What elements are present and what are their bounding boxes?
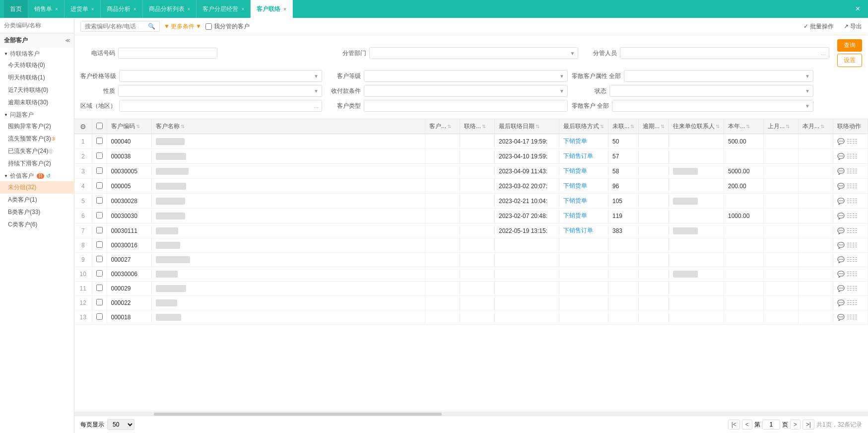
- my-customers-checkbox[interactable]: [205, 23, 212, 30]
- more-action-icon[interactable]: ☷☷: [847, 183, 858, 190]
- customer-level-select[interactable]: ▼: [364, 70, 568, 82]
- more-action-icon[interactable]: ☷☷: [847, 256, 858, 263]
- row-checkbox-cell[interactable]: [92, 267, 107, 282]
- more-action-icon[interactable]: ☷☷: [847, 285, 858, 292]
- sidebar-item-abnormal[interactable]: 囤购异常客户(2): [0, 120, 74, 133]
- tab-customer-contact[interactable]: 客户联络 ×: [251, 0, 293, 18]
- more-action-icon[interactable]: ☷☷: [847, 138, 858, 145]
- row-checkbox[interactable]: [96, 182, 103, 189]
- value-refresh-icon[interactable]: ↺: [46, 173, 51, 179]
- row-checkbox-cell[interactable]: [92, 253, 107, 267]
- more-action-icon[interactable]: ☷☷: [847, 153, 858, 160]
- phone-input[interactable]: [118, 48, 217, 59]
- last-method-link[interactable]: 下销货单: [563, 167, 587, 174]
- row-checkbox[interactable]: [96, 313, 103, 320]
- filter-search-input[interactable]: [85, 23, 146, 30]
- price-level-select[interactable]: ▼: [119, 70, 322, 82]
- chat-icon[interactable]: 💬: [837, 138, 845, 145]
- sidebar-search-input[interactable]: [4, 22, 74, 29]
- th-gear[interactable]: ⚙: [74, 119, 92, 134]
- row-checkbox[interactable]: [96, 256, 103, 262]
- more-action-icon[interactable]: ☷☷: [847, 242, 858, 249]
- row-checkbox[interactable]: [96, 299, 103, 305]
- chat-icon[interactable]: 💬: [837, 153, 845, 160]
- tab-sales[interactable]: 销售单 ×: [28, 0, 65, 18]
- more-action-icon[interactable]: ☷☷: [847, 271, 858, 278]
- more-action-icon[interactable]: ☷☷: [847, 299, 858, 306]
- row-checkbox-cell[interactable]: [92, 209, 107, 223]
- row-checkbox-cell[interactable]: [92, 282, 107, 296]
- chat-icon[interactable]: 💬: [837, 285, 845, 292]
- tab-product-analysis-list[interactable]: 商品分析列表 ×: [143, 0, 197, 18]
- scrollbar-thumb[interactable]: [154, 413, 442, 416]
- payment-select[interactable]: ▼: [364, 85, 568, 97]
- sidebar-item-ungraded[interactable]: 未分组(32): [0, 181, 74, 194]
- more-action-icon[interactable]: ☷☷: [847, 213, 858, 219]
- row-checkbox[interactable]: [96, 197, 103, 204]
- my-customers-checkbox-label[interactable]: 我分管的客户: [205, 22, 250, 31]
- next-page-btn[interactable]: >: [790, 420, 801, 430]
- row-checkbox[interactable]: [96, 285, 103, 291]
- row-last-method[interactable]: 下销货单: [559, 194, 608, 209]
- sidebar-item-class-a[interactable]: A类客户(1): [0, 194, 74, 206]
- row-checkbox-cell[interactable]: [92, 149, 107, 164]
- sidebar-item-class-c[interactable]: C类客户(6): [0, 218, 74, 231]
- chat-icon[interactable]: 💬: [837, 256, 845, 263]
- sidebar-item-churned[interactable]: 已流失客户(24) ⓪: [0, 145, 74, 157]
- chat-icon[interactable]: 💬: [837, 271, 845, 278]
- batch-operation-btn[interactable]: ✓ 批量操作: [803, 22, 834, 31]
- row-checkbox[interactable]: [96, 227, 103, 233]
- query-button[interactable]: 查询: [837, 39, 862, 52]
- row-last-method[interactable]: 下销售订单: [559, 223, 608, 238]
- last-method-link[interactable]: 下销售订单: [563, 152, 593, 159]
- chat-icon[interactable]: 💬: [837, 183, 845, 190]
- tab-customer-contact-close[interactable]: ×: [283, 6, 286, 12]
- last-page-btn[interactable]: >|: [802, 420, 814, 430]
- row-checkbox[interactable]: [96, 152, 103, 159]
- dept-select[interactable]: ▼: [369, 47, 579, 59]
- tab-home[interactable]: 首页: [4, 0, 28, 18]
- row-checkbox-cell[interactable]: [92, 296, 107, 310]
- nav-close-button[interactable]: ×: [852, 4, 864, 13]
- row-checkbox-cell[interactable]: [92, 194, 107, 209]
- row-checkbox[interactable]: [96, 212, 103, 218]
- chat-icon[interactable]: 💬: [837, 242, 845, 249]
- chat-icon[interactable]: 💬: [837, 168, 845, 175]
- per-page-select[interactable]: 50 100 200: [107, 419, 134, 430]
- horizontal-scrollbar[interactable]: [74, 412, 868, 416]
- sidebar-item-tomorrow-pending[interactable]: 明天待联络(1): [0, 72, 74, 84]
- chat-icon[interactable]: 💬: [837, 314, 845, 321]
- all-customers-header[interactable]: 全部客户 ≪: [0, 33, 74, 48]
- sidebar-item-today-pending[interactable]: 今天待联络(0): [0, 59, 74, 72]
- sidebar-item-overdue-pending[interactable]: 逾期未联络(30): [0, 96, 74, 109]
- more-action-icon[interactable]: ☷☷: [847, 168, 858, 175]
- tab-purchase[interactable]: 进货单 ×: [65, 0, 101, 18]
- tab-customer-segment-close[interactable]: ×: [241, 6, 244, 12]
- prev-page-btn[interactable]: <: [742, 420, 752, 430]
- last-method-link[interactable]: 下销货单: [563, 197, 587, 204]
- last-method-link[interactable]: 下销售订单: [563, 227, 593, 234]
- row-checkbox-cell[interactable]: [92, 223, 107, 238]
- tab-product-analysis-close[interactable]: ×: [134, 6, 136, 12]
- filter-search-icon[interactable]: 🔍: [148, 23, 155, 30]
- chat-icon[interactable]: 💬: [837, 299, 845, 306]
- page-number-input[interactable]: [762, 420, 780, 430]
- row-checkbox-cell[interactable]: [92, 238, 107, 253]
- tab-product-analysis[interactable]: 商品分析 ×: [101, 0, 143, 18]
- chat-icon[interactable]: 💬: [837, 213, 845, 219]
- chat-icon[interactable]: 💬: [837, 198, 845, 205]
- export-btn[interactable]: ↗ 导出: [844, 22, 862, 31]
- settings-icon[interactable]: ⚙: [80, 123, 86, 131]
- more-conditions-btn[interactable]: ▼ 更多条件 ▼: [164, 22, 201, 31]
- sidebar-item-class-b[interactable]: B类客户(33): [0, 206, 74, 218]
- region-select[interactable]: …: [119, 100, 322, 112]
- row-last-method[interactable]: 下销货单: [559, 134, 608, 149]
- sidebar-item-declining[interactable]: 持续下滑客户(2): [0, 157, 74, 170]
- select-all-checkbox[interactable]: [96, 123, 103, 129]
- last-method-link[interactable]: 下销货单: [563, 182, 587, 189]
- sidebar-item-churn-warning[interactable]: 流失预警客户(3) ③: [0, 133, 74, 145]
- last-method-link[interactable]: 下销货单: [563, 138, 587, 144]
- more-action-icon[interactable]: ☷☷: [847, 227, 858, 234]
- nature-select[interactable]: ▼: [118, 85, 322, 97]
- row-checkbox[interactable]: [96, 241, 103, 248]
